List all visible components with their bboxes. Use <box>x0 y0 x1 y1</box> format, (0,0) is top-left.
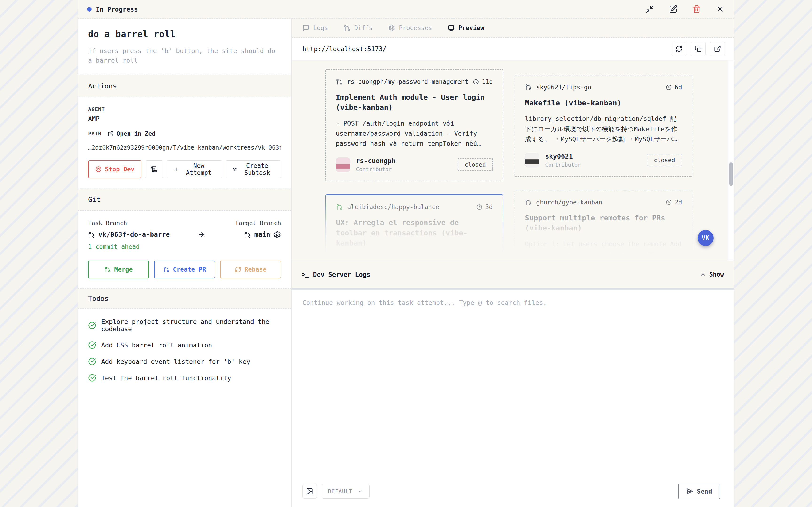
clock-icon <box>666 199 672 205</box>
todo-item: Test the barrel roll functionality <box>88 374 281 382</box>
attempt-main: Logs Diffs Processes Preview <box>292 19 734 507</box>
status-dot-icon <box>87 7 92 11</box>
check-circle-icon <box>88 341 96 349</box>
monitor-icon <box>448 24 455 32</box>
close-icon <box>716 5 724 13</box>
todo-item: Explore project structure and understand… <box>88 318 281 333</box>
new-attempt-button[interactable]: New Attempt <box>167 160 222 178</box>
chevron-up-icon <box>700 271 706 278</box>
external-link-icon <box>108 131 114 137</box>
pr-card[interactable]: sky0621/tips-go 6d Makefile (vibe-kanban… <box>515 75 693 177</box>
card-title: Implement Auth module - User login (vibe… <box>336 92 493 113</box>
preview-scrollbar-track <box>728 60 734 261</box>
tab-bar: Logs Diffs Processes Preview <box>292 19 734 38</box>
pr-card[interactable]: gburch/gybe-kanban 2d Support multiple r… <box>515 190 693 261</box>
card-repo: sky0621/tips-go <box>536 84 591 91</box>
send-button[interactable]: Send <box>678 484 720 499</box>
card-author: sky0621 <box>545 153 581 160</box>
dev-server-logs-bar: >_ Dev Server Logs Show <box>292 261 734 288</box>
status-indicator: In Progress <box>87 6 138 13</box>
refresh-icon <box>235 266 241 273</box>
stop-dev-button[interactable]: Stop Dev <box>88 160 142 178</box>
open-in-zed-link[interactable]: Open in Zed <box>108 130 156 137</box>
model-select[interactable]: DEFAULT <box>322 484 369 499</box>
open-external-button[interactable] <box>710 42 725 56</box>
git-branch-icon <box>525 84 532 91</box>
card-repo: gburch/gybe-kanban <box>536 199 602 206</box>
todo-item: Add CSS barrel roll animation <box>88 341 281 349</box>
fork-icon <box>233 166 237 172</box>
card-title: Support multiple remotes for PRs (vibe-k… <box>525 213 682 233</box>
collapse-button[interactable] <box>644 3 655 15</box>
task-description: if users press the 'b' button, the site … <box>88 46 276 65</box>
edit-pencil-icon <box>669 5 677 13</box>
card-description: library_selection/db_migration/sqldef 配下… <box>525 114 682 144</box>
pr-card[interactable]: alcibiadesc/happy-balance 3d UX: Arregla… <box>325 194 503 260</box>
card-repo: alcibiadesc/happy-balance <box>347 204 439 211</box>
git-section-header: Git <box>78 188 291 211</box>
close-button[interactable] <box>714 3 726 15</box>
card-author-role: Contributor <box>545 162 581 168</box>
card-repo: rs-cuongph/my-password-management <box>347 78 468 85</box>
plus-icon <box>173 166 179 172</box>
tab-processes[interactable]: Processes <box>388 24 432 32</box>
check-circle-icon <box>88 357 96 365</box>
minimize-icon <box>646 5 654 13</box>
show-logs-toggle[interactable]: Show <box>700 271 724 278</box>
preview-viewport: rs-cuongph/my-password-management 11d Im… <box>292 60 734 261</box>
card-age: 6d <box>666 84 682 91</box>
check-circle-icon <box>88 374 96 382</box>
copy-icon <box>695 45 702 52</box>
preview-url-bar: http://localhost:5173/ <box>292 38 734 60</box>
url-input[interactable]: http://localhost:5173/ <box>302 45 387 53</box>
dev-server-logs-label: >_ Dev Server Logs <box>302 271 370 278</box>
task-branch-label: Task Branch <box>88 220 127 227</box>
git-branch-icon <box>88 231 95 238</box>
gear-icon <box>273 231 281 238</box>
git-branch-icon <box>336 78 343 85</box>
rebase-button[interactable]: Rebase <box>220 261 281 278</box>
card-author-role: Contributor <box>356 166 396 172</box>
create-pr-button[interactable]: Create PR <box>154 261 215 278</box>
refresh-button[interactable] <box>672 42 686 56</box>
git-branch-icon <box>336 204 343 211</box>
status-badge: closed <box>647 154 682 166</box>
tab-preview[interactable]: Preview <box>448 24 484 32</box>
preview-scrollbar-thumb[interactable] <box>729 162 733 186</box>
card-description: Option 1: Let users choose the remote Ad… <box>525 239 682 261</box>
create-subtask-button[interactable]: Create Subtask <box>226 160 281 178</box>
pr-card[interactable]: rs-cuongph/my-password-management 11d Im… <box>325 69 503 181</box>
branch-settings-button[interactable] <box>273 231 281 238</box>
card-description: ![screenshot 2025-10-03 at 13.13.48.png]… <box>336 254 493 261</box>
git-section: Task Branch Target Branch vk/063f-do-a-b… <box>78 211 291 289</box>
git-pull-request-icon <box>163 266 170 273</box>
task-branch-value: vk/063f-do-a-barre <box>88 231 170 238</box>
message-input[interactable]: Continue working on this task attempt...… <box>302 299 720 484</box>
vk-floating-avatar[interactable]: VK <box>698 230 714 246</box>
arrow-right-icon <box>198 231 205 238</box>
copy-url-button[interactable] <box>691 42 706 56</box>
target-branch-label: Target Branch <box>235 220 281 227</box>
gear-icon <box>388 24 395 32</box>
commit-status: 1 commit ahead <box>88 243 281 250</box>
git-branch-icon <box>344 24 351 32</box>
path-label: PATH <box>88 131 101 136</box>
card-description: - POST /auth/login endpoint với username… <box>336 118 493 149</box>
dev-logs-button[interactable] <box>145 160 163 178</box>
delete-button[interactable] <box>691 3 702 15</box>
external-link-icon <box>714 45 721 52</box>
scroll-text-icon <box>151 166 157 172</box>
attach-image-button[interactable] <box>302 484 317 499</box>
edit-button[interactable] <box>667 3 679 15</box>
status-badge: closed <box>458 158 493 171</box>
todo-list: Explore project structure and understand… <box>78 308 291 391</box>
tab-logs[interactable]: Logs <box>302 24 328 32</box>
avatar <box>336 158 350 172</box>
card-title: UX: Arregla el responsive de toolbar en … <box>336 218 493 248</box>
image-icon <box>306 488 313 495</box>
clock-icon <box>666 84 672 91</box>
tab-diffs[interactable]: Diffs <box>344 24 373 32</box>
card-author: rs-cuongph <box>356 157 396 165</box>
status-label: In Progress <box>96 6 138 13</box>
merge-button[interactable]: Merge <box>88 261 149 278</box>
